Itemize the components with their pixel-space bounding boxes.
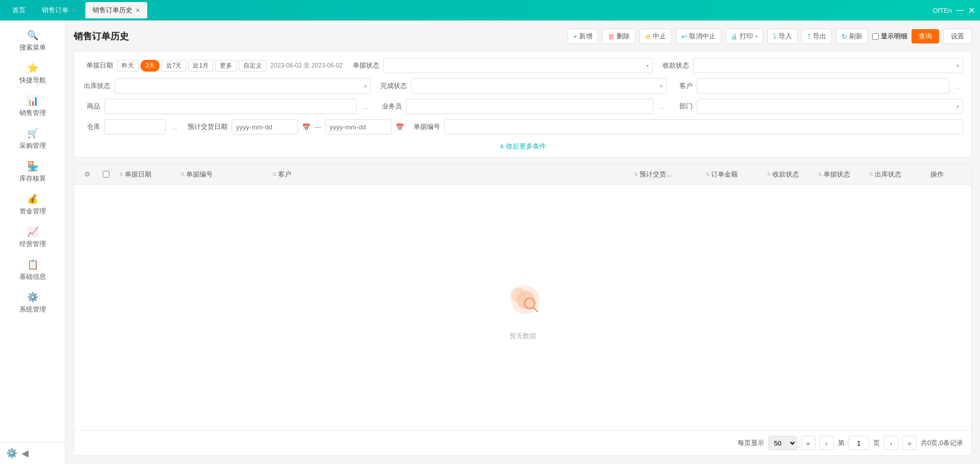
collapse-bar[interactable]: ∧ 收起更多条件 bbox=[82, 140, 963, 151]
complete-status-select[interactable] bbox=[411, 78, 667, 94]
delivery-start-input[interactable] bbox=[232, 119, 298, 135]
date-yesterday-btn[interactable]: 昨天 bbox=[117, 60, 139, 72]
goods-input[interactable] bbox=[104, 99, 357, 114]
sidebar-bottom: ⚙️ ◀ bbox=[0, 442, 65, 464]
collapse-sidebar-icon[interactable]: ◀ bbox=[21, 448, 29, 459]
display-cols-checkbox[interactable] bbox=[872, 33, 879, 40]
content-area: 销售订单历史 + 新增 🗑 删除 ⊘ 中止 ↩ 取消中止 bbox=[65, 20, 980, 464]
page-number-input[interactable]: 1 bbox=[849, 436, 869, 450]
new-button[interactable]: + 新增 bbox=[567, 29, 598, 44]
sidebar-item-finance[interactable]: 💰 资金管理 bbox=[0, 188, 65, 221]
col-label-no: 单据编号 bbox=[186, 170, 213, 179]
sidebar-label-quicknav: 快捷导航 bbox=[19, 76, 46, 85]
settings-gear-icon: ⚙ bbox=[84, 170, 90, 178]
sales-icon: 📊 bbox=[27, 95, 38, 106]
salesperson-dots[interactable]: ... bbox=[657, 103, 667, 111]
col-header-action: 操作 bbox=[926, 170, 967, 179]
col-label-stock: 出库状态 bbox=[875, 170, 901, 179]
sidebar-item-business[interactable]: 📈 经营管理 bbox=[0, 221, 65, 254]
date-1month-btn[interactable]: 近1月 bbox=[188, 60, 213, 72]
business-icon: 📈 bbox=[27, 226, 38, 237]
sidebar-item-search[interactable]: 🔍 搜索菜单 bbox=[0, 25, 65, 57]
first-page-btn[interactable]: « bbox=[801, 436, 815, 450]
page-header: 销售订单历史 + 新增 🗑 删除 ⊘ 中止 ↩ 取消中止 bbox=[74, 29, 972, 44]
minimize-button[interactable]: — bbox=[956, 6, 964, 15]
import-button[interactable]: ⤵ 导入 bbox=[767, 29, 797, 44]
delivery-start-calendar-icon[interactable]: 📅 bbox=[302, 123, 310, 131]
sidebar-item-sales[interactable]: 📊 销售管理 bbox=[0, 90, 65, 123]
select-all-checkbox[interactable] bbox=[103, 171, 109, 178]
close-button[interactable]: ✕ bbox=[968, 6, 975, 15]
sidebar-item-inventory[interactable]: 🏪 库存核算 bbox=[0, 156, 65, 188]
warehouse-input[interactable] bbox=[104, 119, 166, 135]
col-header-no: ⇅ 单据编号 bbox=[176, 170, 268, 179]
stock-out-select[interactable] bbox=[115, 78, 371, 94]
filter-row-4: 仓库 ... 预计交货日期 📅 — 📅 单据编号 bbox=[82, 119, 963, 135]
sort-icon-customer: ⇅ bbox=[272, 171, 277, 177]
date-7days-btn[interactable]: 近7天 bbox=[162, 60, 187, 72]
order-no-input[interactable] bbox=[444, 119, 963, 135]
refresh-icon: ↻ bbox=[841, 33, 847, 40]
warehouse-dots[interactable]: ... bbox=[170, 123, 179, 131]
settings-button[interactable]: 设置 bbox=[943, 29, 972, 44]
goods-dots[interactable]: ... bbox=[361, 103, 371, 111]
delete-button[interactable]: 🗑 删除 bbox=[602, 29, 635, 44]
select-all-checkbox-cell[interactable] bbox=[97, 171, 115, 178]
order-no-field: 单据编号 bbox=[412, 119, 963, 135]
finance-icon: 💰 bbox=[27, 193, 38, 205]
department-label: 部门 bbox=[675, 102, 693, 111]
delivery-end-calendar-icon[interactable]: 📅 bbox=[396, 123, 404, 131]
cancel-stop-button[interactable]: ↩ 取消中止 bbox=[676, 29, 721, 44]
prev-page-btn[interactable]: ‹ bbox=[819, 436, 834, 450]
customer-dots[interactable]: ... bbox=[953, 82, 963, 90]
tab-sales-history[interactable]: 销售订单历史 ✕ bbox=[85, 2, 147, 18]
search-icon: 🔍 bbox=[27, 30, 38, 41]
delivery-date-field: 预计交货日期 📅 — 📅 bbox=[188, 119, 404, 135]
table-header: ⚙ ⇅ 单据日期 ⇅ 单据编号 ⇅ 客户 ⇅ bbox=[74, 164, 971, 185]
print-button[interactable]: 🖨 打印 ▾ bbox=[725, 29, 763, 44]
delivery-end-input[interactable] bbox=[325, 119, 392, 135]
last-page-btn[interactable]: » bbox=[902, 436, 917, 450]
print-label: 打印 bbox=[740, 32, 753, 41]
sidebar-item-system[interactable]: ⚙️ 系统管理 bbox=[0, 286, 65, 319]
filter-row-3: 商品 ... 业务员 ... 部门 ▾ bbox=[82, 99, 963, 114]
customer-input[interactable] bbox=[697, 78, 949, 94]
delete-icon: 🗑 bbox=[608, 33, 614, 40]
tab-home[interactable]: 首页 bbox=[5, 2, 33, 18]
refresh-label: 刷新 bbox=[849, 32, 862, 41]
query-button[interactable]: 查询 bbox=[911, 29, 939, 43]
table-settings-icon[interactable]: ⚙ bbox=[78, 170, 97, 178]
col-header-pay-status: ⇅ 收款状态 bbox=[763, 170, 814, 179]
payment-status-select[interactable] bbox=[693, 58, 963, 73]
tab-sales-history-close[interactable]: ✕ bbox=[135, 7, 140, 14]
sidebar-item-basic[interactable]: 📋 基础信息 bbox=[0, 254, 65, 286]
order-status-select[interactable] bbox=[383, 58, 653, 73]
date-3days-btn[interactable]: 3天 bbox=[141, 60, 159, 72]
col-header-amount: ⇅ 订单金额 bbox=[701, 170, 763, 179]
sidebar-item-quicknav[interactable]: ⭐ 快捷导航 bbox=[0, 57, 65, 90]
refresh-button[interactable]: ↻ 刷新 bbox=[836, 29, 868, 44]
sidebar-label-purchase: 采购管理 bbox=[19, 141, 46, 150]
system-icon: ⚙️ bbox=[27, 292, 38, 303]
tab-sales-order-close[interactable]: ✕ bbox=[72, 7, 76, 14]
stop-icon: ⊘ bbox=[645, 33, 651, 40]
stop-button[interactable]: ⊘ 中止 bbox=[640, 29, 672, 44]
department-field: 部门 ▾ bbox=[675, 99, 963, 114]
settings-bottom-icon[interactable]: ⚙️ bbox=[6, 448, 17, 459]
export-button[interactable]: ⤴ 导出 bbox=[802, 29, 832, 44]
stop-label: 中止 bbox=[653, 32, 666, 41]
department-select[interactable] bbox=[697, 99, 963, 114]
export-icon: ⤴ bbox=[807, 33, 811, 40]
export-label: 导出 bbox=[813, 32, 826, 41]
page-size-select[interactable]: 20 50 100 bbox=[768, 436, 797, 450]
inventory-icon: 🏪 bbox=[27, 161, 38, 172]
date-more-btn[interactable]: 更多 bbox=[215, 60, 237, 72]
sidebar-item-purchase[interactable]: 🛒 采购管理 bbox=[0, 123, 65, 156]
date-custom-btn[interactable]: 自定义 bbox=[239, 60, 266, 72]
salesperson-input[interactable] bbox=[406, 99, 653, 114]
col-label-amount: 订单金额 bbox=[711, 170, 738, 179]
tab-sales-order-label: 销售订单 bbox=[42, 6, 69, 15]
sidebar-label-finance: 资金管理 bbox=[19, 207, 46, 216]
next-page-btn[interactable]: › bbox=[884, 436, 898, 450]
tab-sales-order[interactable]: 销售订单 ✕ bbox=[35, 2, 83, 18]
